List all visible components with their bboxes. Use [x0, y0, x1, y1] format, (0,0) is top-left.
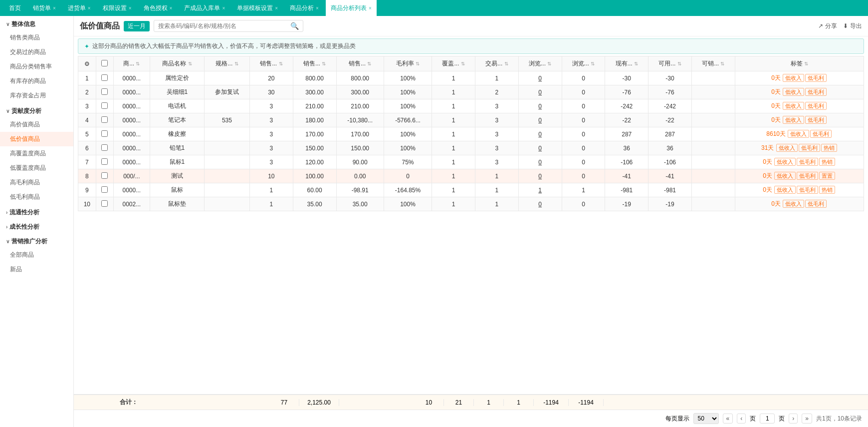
sidebar-group-成长性分析[interactable]: ›成长性分析 [0, 219, 73, 233]
alert-icon: ✦ [84, 43, 89, 50]
view-count-link[interactable]: 0 [538, 159, 542, 166]
cell-checkbox[interactable] [96, 141, 113, 155]
view-count-link[interactable]: 0 [538, 131, 542, 138]
row-checkbox[interactable] [101, 88, 108, 95]
sidebar-item-有库存的商品[interactable]: 有库存的商品 [0, 74, 73, 88]
cell-checkbox[interactable] [96, 155, 113, 169]
next-page-button[interactable]: › [789, 414, 798, 424]
col-sales-amt[interactable]: 销售... ⇅ [293, 56, 336, 71]
view-count-link[interactable]: 0 [538, 103, 542, 110]
sidebar-group-流通性分析[interactable]: ›流通性分析 [0, 204, 73, 219]
col-code[interactable]: 商... ⇅ [113, 56, 150, 71]
sidebar-item-商品分类销售率[interactable]: 商品分类销售率 [0, 59, 73, 74]
sidebar-group-营销推广分析[interactable]: ∨营销推广分析 [0, 233, 73, 248]
view-count-link[interactable]: 1 [538, 187, 542, 194]
sidebar-item-高覆盖度商品[interactable]: 高覆盖度商品 [0, 146, 73, 161]
view-count-link[interactable]: 0 [538, 173, 542, 180]
sidebar-group-贡献度分析[interactable]: ∨贡献度分析 [0, 103, 73, 117]
cell-checkbox[interactable] [96, 197, 113, 211]
cell-checkbox[interactable] [96, 113, 113, 127]
first-page-button[interactable]: « [723, 414, 733, 424]
table-row: 8000/...测试10100.000.0001100-41-410天 低收入低… [78, 169, 864, 183]
sidebar-item-高价值商品[interactable]: 高价值商品 [0, 117, 73, 132]
nav-item-首页[interactable]: 首页 [4, 0, 26, 16]
page-number-input[interactable] [760, 414, 775, 424]
view-count-link[interactable]: 0 [538, 201, 542, 208]
close-tab-icon[interactable]: × [88, 5, 91, 11]
row-checkbox[interactable] [101, 172, 108, 179]
product-tag: 低收入 [783, 102, 804, 110]
search-input[interactable] [158, 22, 288, 29]
nav-item-角色授权[interactable]: 角色授权× [139, 0, 178, 16]
cell-checkbox[interactable] [96, 183, 113, 197]
row-checkbox[interactable] [101, 74, 108, 81]
col-available[interactable]: 可用... ⇅ [649, 56, 692, 71]
cell-checkbox[interactable] [96, 99, 113, 113]
share-button[interactable]: ↗ 分享 [818, 22, 837, 30]
sidebar-item-低覆盖度商品[interactable]: 低覆盖度商品 [0, 161, 73, 175]
nav-item-权限设置[interactable]: 权限设置× [98, 0, 137, 16]
close-tab-icon[interactable]: × [275, 5, 278, 11]
sidebar-item-高毛利商品[interactable]: 高毛利商品 [0, 175, 73, 190]
nav-item-产成品入库单[interactable]: 产成品入库单× [179, 0, 230, 16]
col-name[interactable]: 商品名称 ⇅ [150, 56, 204, 71]
col-sales-avg[interactable]: 销售... ⇅ [336, 56, 384, 71]
period-button[interactable]: 近一月 [124, 21, 150, 31]
close-tab-icon[interactable]: × [369, 5, 372, 11]
view-count-link[interactable]: 0 [538, 89, 542, 96]
row-checkbox[interactable] [101, 186, 108, 193]
view-count-link[interactable]: 0 [538, 117, 542, 124]
sidebar-item-交易过的商品[interactable]: 交易过的商品 [0, 45, 73, 59]
view-count-link[interactable]: 0 [538, 145, 542, 152]
cell-checkbox[interactable] [96, 169, 113, 183]
last-page-button[interactable]: » [802, 414, 812, 424]
col-tags[interactable]: 标签 ⇅ [735, 56, 864, 71]
table-row: 40000...笔记本5353180.00-10,380...-5766.6..… [78, 113, 864, 127]
export-button[interactable]: ⬇ 导出 [843, 22, 862, 30]
nav-item-单据模板设置[interactable]: 单据模板设置× [232, 0, 283, 16]
sidebar-item-新品[interactable]: 新品 [0, 262, 73, 277]
col-current-stock[interactable]: 现有... ⇅ [605, 56, 649, 71]
col-view2[interactable]: 浏览... ⇅ [562, 56, 605, 71]
nav-item-商品分析[interactable]: 商品分析× [285, 0, 324, 16]
sidebar-item-销售类商品[interactable]: 销售类商品 [0, 30, 73, 45]
sidebar-item-全部商品[interactable]: 全部商品 [0, 248, 73, 262]
col-trade[interactable]: 交易... ⇅ [475, 56, 519, 71]
cell-checkbox[interactable] [96, 127, 113, 141]
close-tab-icon[interactable]: × [170, 5, 173, 11]
select-all-checkbox[interactable] [101, 60, 108, 66]
close-tab-icon[interactable]: × [316, 5, 319, 11]
view-count-link[interactable]: 0 [538, 75, 542, 82]
sidebar-group-整体信息[interactable]: ∨整体信息 [0, 16, 73, 30]
cell-checkbox[interactable] [96, 85, 113, 99]
col-gross-rate[interactable]: 毛利率 ⇅ [384, 56, 432, 71]
cell-checkbox[interactable] [96, 71, 113, 85]
col-gear[interactable]: ⚙ [78, 56, 96, 71]
col-saleable[interactable]: 可销... ⇅ [691, 56, 735, 71]
nav-item-进货单[interactable]: 进货单× [63, 0, 96, 16]
sidebar-item-库存资金占用[interactable]: 库存资金占用 [0, 88, 73, 103]
close-tab-icon[interactable]: × [129, 5, 132, 11]
col-sales-qty[interactable]: 销售... ⇅ [249, 56, 293, 71]
row-checkbox[interactable] [101, 200, 108, 207]
row-checkbox[interactable] [101, 102, 108, 109]
row-checkbox[interactable] [101, 130, 108, 137]
nav-item-销货单[interactable]: 销货单× [28, 0, 61, 16]
sidebar-item-低价值商品[interactable]: 低价值商品 [0, 132, 73, 146]
col-spec[interactable]: 规格... ⇅ [204, 56, 249, 71]
row-checkbox[interactable] [101, 158, 108, 165]
row-checkbox[interactable] [101, 144, 108, 151]
table-container[interactable]: ⚙ 商... ⇅ 商品名称 ⇅ 规格... ⇅ 销售... ⇅ 销售... ⇅ … [74, 56, 868, 394]
row-checkbox[interactable] [101, 116, 108, 123]
close-tab-icon[interactable]: × [222, 5, 225, 11]
footer-cells: 77 2,125.00 10 21 1 1 -1194 -1194 [140, 399, 864, 406]
nav-item-商品分析列表[interactable]: 商品分析列表× [326, 0, 377, 16]
col-coverage[interactable]: 覆盖... ⇅ [432, 56, 475, 71]
close-tab-icon[interactable]: × [53, 5, 56, 11]
col-checkbox[interactable] [96, 56, 113, 71]
sidebar-item-低毛利商品[interactable]: 低毛利商品 [0, 190, 73, 204]
col-view1[interactable]: 浏览... ⇅ [518, 56, 562, 71]
search-icon[interactable]: 🔍 [290, 22, 299, 30]
per-page-select[interactable]: 50 100 200 [693, 413, 719, 424]
prev-page-button[interactable]: ‹ [737, 414, 746, 424]
